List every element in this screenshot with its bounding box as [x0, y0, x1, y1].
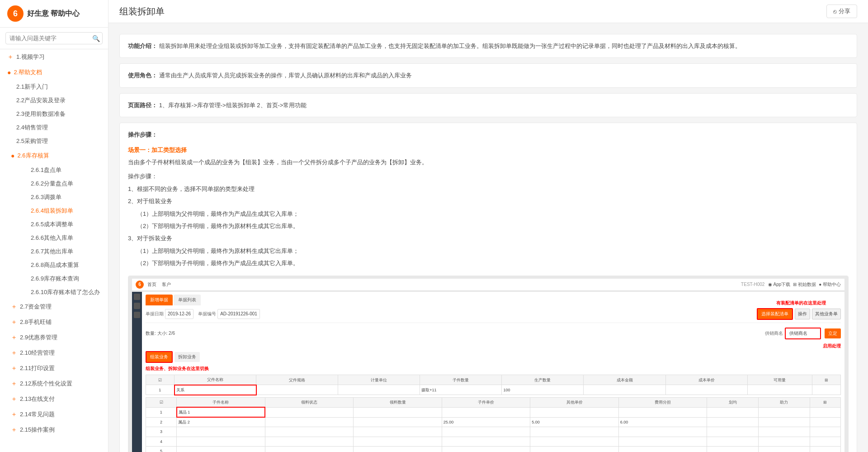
ss-annotation3: 组装业务、拆卸业务在这里切换	[146, 365, 841, 373]
main-content: 组装拆卸单 ⎋ 分享 功能介绍： 组装拆卸单用来处理企业组装或拆卸等加工业务，支…	[108, 0, 868, 452]
ss-date-label: 单据日期	[146, 310, 164, 318]
logo-icon: 6	[7, 5, 24, 22]
ss-type-tabs: 组装业务 拆卸业务	[146, 351, 841, 363]
sidebar-item-label: 2.14常见问题	[20, 410, 55, 419]
sidebar-item-payment[interactable]: ＋ 2.13在线支付	[11, 391, 108, 407]
sidebar-title: 好生意 帮助中心	[27, 9, 80, 19]
ss-th: ☑	[146, 375, 175, 385]
plus-icon-7: ＋	[11, 380, 17, 388]
nav-section: ＋ 1.视频学习 ● 2.帮助文档 2.1新手入门 2.2产品安装及登录 2.3…	[0, 49, 108, 438]
intro-text: 组装拆卸单用来处理企业组装或拆卸等加工业务，支持有固定装配清单的产品加工业务，也…	[159, 43, 741, 49]
ss-th: 计量单位	[338, 375, 420, 385]
ss-th-b: 费用分担	[618, 397, 707, 407]
sidebar-item-mgmt[interactable]: ＋ 2.10经营管理	[11, 345, 108, 361]
steps-intro-2: 操作步骤：	[128, 171, 849, 181]
nav-children-inventory: 2.6.1盘点单 2.6.2分量盘点单 2.6.3调拨单 2.6.4组装拆卸单 …	[11, 163, 108, 299]
ss-action-btn: 操作	[795, 309, 810, 319]
scene1-label: 场景一：加工类型选择	[128, 145, 849, 155]
path-text: 1、库存核算->库存管理->组装拆卸单 2、首页->常用功能	[159, 102, 307, 109]
search-box: 🔍	[0, 28, 108, 49]
ss-confirm-btn: 立定	[825, 328, 841, 338]
ss-th: 父件规格	[256, 375, 338, 385]
plus-icon-3: ＋	[11, 318, 17, 326]
sidebar-item-cost-recalc[interactable]: 2.6.8商品成本重算	[25, 258, 108, 272]
sidebar-item-other-out[interactable]: 2.6.7其他出库单	[25, 245, 108, 258]
step3: 3、对于拆装业务	[128, 233, 849, 243]
plus-icon-2: ＋	[11, 303, 17, 311]
sidebar-header: 6 好生意 帮助中心	[0, 0, 108, 28]
sidebar-item-label: 2.8手机旺铺	[20, 318, 52, 326]
sidebar-item-coupon[interactable]: ＋ 2.9优惠券管理	[11, 330, 108, 345]
step2: 2、对于组装业务	[128, 196, 849, 206]
ss-th-b: 划均	[707, 397, 759, 407]
ss-tab-list: 单据列表	[174, 295, 201, 305]
steps-heading: 操作步骤：	[128, 129, 849, 140]
path-card: 页面路径： 1、库存核算->库存管理->组装拆卸单 2、首页->常用功能	[119, 93, 857, 117]
ss-field-label: 供销商名	[765, 329, 783, 338]
sidebar-item-sales[interactable]: 2.4销售管理	[11, 121, 108, 134]
ss-th: 可用量	[747, 375, 812, 385]
sidebar-item-inventory[interactable]: ● 2.6库存核算	[11, 148, 108, 163]
sidebar-item-print[interactable]: ＋ 2.11打印设置	[11, 361, 108, 376]
sidebar-item-label: 2.12系统个性化设置	[20, 380, 72, 388]
sidebar-item-install[interactable]: 2.2产品安装及登录	[11, 94, 108, 107]
step2-2: （2）下部明细为子件明细，最终作为原材料生成其它出库单。	[128, 221, 849, 231]
sidebar-item-transfer[interactable]: 2.6.3调拨单	[25, 190, 108, 204]
sidebar-item-video[interactable]: ＋ 1.视频学习	[0, 49, 108, 65]
sidebar: 6 好生意 帮助中心 🔍 ＋ 1.视频学习 ● 2.帮助文档 2.1新手入门 2…	[0, 0, 108, 452]
ss-tab-new: 新增单据	[146, 295, 173, 305]
sidebar-item-newcomer[interactable]: 2.1新手入门	[11, 80, 108, 94]
ss-tab-assembly: 组装业务	[146, 351, 173, 363]
sidebar-item-assembly[interactable]: 2.6.4组装拆卸单	[25, 204, 108, 218]
ss-th: 父件名称	[175, 375, 256, 385]
sidebar-item-label: 2.11打印设置	[20, 364, 55, 372]
steps-card: 操作步骤： 场景一：加工类型选择 当由多个子件材料组装成一个成品的业务为【组装】…	[119, 123, 857, 452]
ss-th-b: ⊞	[810, 397, 840, 407]
ss-left-icon-2	[134, 303, 140, 309]
plus-icon-9: ＋	[11, 410, 17, 419]
sidebar-item-other-in[interactable]: 2.6.6其他入库单	[25, 231, 108, 245]
ss-top-table: ☑ 父件名称 父件规格 计量单位 子件数量 生产数量 成本金额 成本单价 可用量	[146, 375, 841, 395]
sidebar-item-inventory-error[interactable]: 2.6.10库存账本错了怎么办	[25, 285, 108, 299]
intro-label: 功能介绍：	[128, 43, 157, 49]
search-button[interactable]: 🔍	[92, 35, 100, 42]
search-input[interactable]	[5, 32, 103, 44]
sidebar-item-cases[interactable]: ＋ 2.15操作案例	[11, 422, 108, 438]
scene1-desc: 当由多个子件材料组装成一个成品的业务为【组装】业务，当由一个父件拆分成多个子产品…	[128, 157, 849, 167]
role-label: 使用角色：	[128, 72, 157, 79]
sidebar-item-purchase[interactable]: 2.5采购管理	[11, 134, 108, 148]
ss-th-b: 领料状态	[265, 397, 354, 407]
ss-th-b: 其他单价	[530, 397, 619, 407]
ss-table-row-b: 4	[146, 437, 841, 446]
sidebar-item-stocktake[interactable]: 2.6.1盘点单	[25, 163, 108, 177]
share-button[interactable]: ⎋ 分享	[826, 5, 857, 18]
content-area: 功能介绍： 组装拆卸单用来处理企业组装或拆卸等加工业务，支持有固定装配清单的产品…	[108, 23, 868, 452]
ss-red-cell-b1: 属品 1	[177, 407, 265, 417]
sidebar-item-label: 1.视频学习	[16, 53, 45, 61]
sidebar-item-mobile[interactable]: ＋ 2.8手机旺铺	[11, 314, 108, 330]
sidebar-item-finance[interactable]: ＋ 2.7资金管理	[11, 299, 108, 314]
ss-th: 成本单价	[665, 375, 747, 385]
ss-th-b: 子件名称	[177, 397, 265, 407]
ss-order-label: 单据编号	[198, 310, 216, 318]
sidebar-item-label: 2.6库存核算	[17, 152, 49, 160]
step2-1: （1）上部明细为父件明细，最终作为产成品生成其它入库单；	[128, 209, 849, 219]
ss-th: ⊞	[812, 375, 840, 385]
minus-icon: ●	[7, 69, 11, 76]
nav-children-docs: 2.1新手入门 2.2产品安装及登录 2.3使用前数据准备 2.4销售管理 2.…	[0, 80, 108, 438]
ss-left-icon-1	[134, 294, 140, 300]
sidebar-item-personalize[interactable]: ＋ 2.12系统个性化设置	[11, 376, 108, 391]
sidebar-item-cost-adjust[interactable]: 2.6.5成本调整单	[25, 218, 108, 231]
sidebar-item-partial-stocktake[interactable]: 2.6.2分量盘点单	[25, 177, 108, 190]
sidebar-item-faq[interactable]: ＋ 2.14常见问题	[11, 407, 108, 422]
ss-annotation1: 有装配清单的在这里处理	[775, 299, 827, 308]
ss-th: 子件数量	[420, 375, 502, 385]
step1: 1、根据不同的业务，选择不同单据的类型来处理	[128, 184, 849, 194]
sidebar-item-inventory-query[interactable]: 2.6.9库存账本查询	[25, 272, 108, 285]
sidebar-item-docs[interactable]: ● 2.帮助文档	[0, 65, 108, 80]
sidebar-item-data-prep[interactable]: 2.3使用前数据准备	[11, 107, 108, 121]
role-text: 通常由生产人员或库管人员完成拆装业务的操作，库管人员确认原材料的出库和产成品的入…	[159, 72, 412, 79]
ss-left-icon-3	[134, 312, 140, 318]
ss-th-b: 领料数量	[354, 397, 442, 407]
ss-table-row-b: 2 属品 2 25.00 5.00 6.00	[146, 417, 841, 427]
